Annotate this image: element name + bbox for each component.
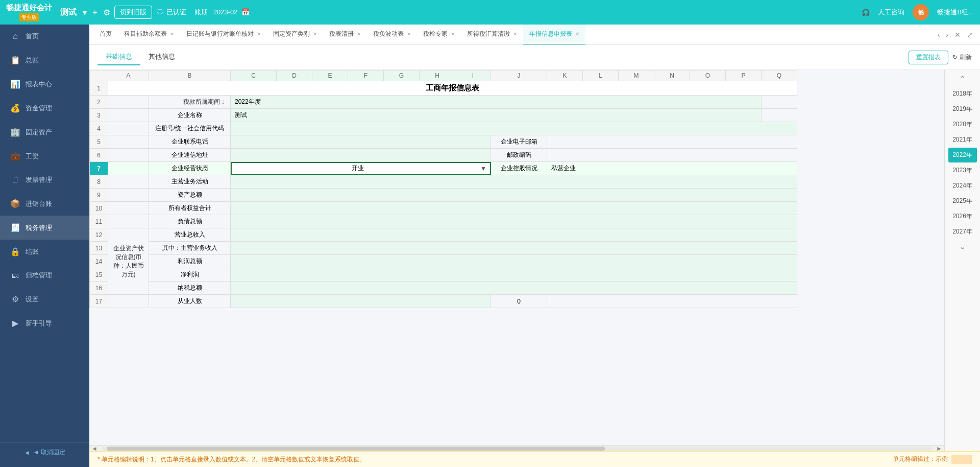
cell-3b[interactable]: 企业名称 (149, 109, 231, 122)
cell-9c[interactable] (231, 189, 797, 202)
col-header-l[interactable]: L (583, 71, 619, 81)
cell-3a[interactable] (108, 109, 149, 122)
cell-10a[interactable] (108, 202, 149, 215)
support-label[interactable]: 人工咨询 (878, 8, 904, 17)
cell-2c[interactable]: 2022年度 (231, 96, 762, 109)
cell-17j[interactable]: 0 (491, 295, 547, 308)
sidebar-item-settings[interactable]: ⚙ 设置 (0, 287, 89, 311)
col-header-i[interactable]: I (455, 71, 491, 81)
col-header-a[interactable]: A (108, 71, 149, 81)
title-cell[interactable]: 工商年报信息表 (108, 81, 797, 96)
sidebar-item-inventory[interactable]: 📦 进销台账 (0, 192, 89, 216)
cell-9a[interactable] (108, 189, 149, 202)
tab-close-fixed_assets-icon[interactable]: ✕ (313, 31, 317, 37)
col-header-q[interactable]: Q (762, 71, 797, 81)
tab-fixed_assets[interactable]: 固定资产类别✕ (267, 25, 323, 45)
col-header-k[interactable]: K (547, 71, 583, 81)
cell-13c[interactable] (231, 242, 797, 255)
year-nav-up[interactable]: ⌃ (957, 72, 968, 86)
sidebar-item-tax[interactable]: 🧾 税务管理 (0, 216, 89, 240)
sidebar-item-report[interactable]: 📊 报表中心 (0, 72, 89, 96)
tab-expand-button[interactable]: ⤢ (964, 31, 976, 39)
sidebar-item-salary[interactable]: 💼 工资 (0, 144, 89, 168)
subtab-basic[interactable]: 基础信息 (97, 49, 140, 65)
subtab-other[interactable]: 其他信息 (140, 49, 183, 65)
col-header-o[interactable]: O (690, 71, 726, 81)
cell-10b[interactable]: 所有者权益合计 (149, 202, 231, 215)
tab-close-tax_form-icon[interactable]: ✕ (357, 31, 361, 37)
cell-5k[interactable] (547, 135, 797, 149)
cell-17c[interactable] (231, 295, 491, 308)
year-item-2026年[interactable]: 2026年 (948, 209, 977, 224)
sidebar-item-assets[interactable]: 🏢 固定资产 (0, 120, 89, 144)
cell-4b[interactable]: 注册号/统一社会信用代码 (149, 122, 231, 135)
sidebar-item-guide[interactable]: ▶ 新手引导 (0, 311, 89, 335)
col-header-h[interactable]: H (420, 71, 455, 81)
scroll-left-icon[interactable]: ◄ (89, 445, 100, 452)
cell-6c[interactable] (231, 149, 491, 162)
cell-7j[interactable]: 企业控股情况 (491, 162, 547, 175)
col-header-d[interactable]: D (277, 71, 312, 81)
cell-7c[interactable]: 开业 ▼ (231, 162, 491, 175)
year-item-2024年[interactable]: 2024年 (948, 178, 977, 193)
sidebar-item-close[interactable]: 🔒 结账 (0, 240, 89, 264)
cell-12c[interactable] (231, 228, 797, 242)
col-header-j[interactable]: J (491, 71, 547, 81)
cell-6k[interactable] (547, 149, 797, 162)
tab-close-tax_risk-icon[interactable]: ✕ (407, 31, 411, 37)
col-header-p[interactable]: P (726, 71, 762, 81)
col-header-b[interactable]: B (149, 71, 231, 81)
cell-5c[interactable] (231, 135, 491, 149)
tab-close-journal-icon[interactable]: ✕ (257, 31, 261, 37)
col-header-m[interactable]: M (619, 71, 654, 81)
year-item-2027年[interactable]: 2027年 (948, 224, 977, 239)
cell-3c[interactable]: 测试 (231, 109, 762, 122)
tab-prev-button[interactable]: ‹ (935, 31, 943, 39)
dropdown-arrow-icon[interactable]: ▼ (480, 165, 486, 172)
year-item-2021年[interactable]: 2021年 (948, 132, 977, 147)
cell-14c[interactable] (231, 255, 797, 268)
col-header-c[interactable]: C (231, 71, 277, 81)
tab-next-button[interactable]: › (943, 31, 951, 39)
sidebar-item-home[interactable]: ⌂ 首页 (0, 25, 89, 48)
tab-tax_check[interactable]: 税检专家✕ (417, 25, 461, 45)
cell-11c[interactable] (231, 215, 797, 228)
cell-6b[interactable]: 企业通信地址 (149, 149, 231, 162)
cell-7a[interactable] (108, 162, 149, 175)
cell-11a[interactable] (108, 215, 149, 228)
reset-button[interactable]: 重置报表 (909, 51, 948, 64)
sidebar-item-fund[interactable]: 💰 资金管理 (0, 96, 89, 120)
year-item-2022年[interactable]: 2022年 (948, 148, 977, 162)
cell-12b[interactable]: 营业总收入 (149, 228, 231, 242)
cell-14b[interactable]: 利润总额 (149, 255, 231, 268)
cell-17a[interactable] (108, 295, 149, 308)
cell-16b[interactable]: 纳税总额 (149, 282, 231, 295)
cell-7b[interactable]: 企业经营状态 (149, 162, 231, 175)
old-version-button[interactable]: 切到旧版 (114, 6, 152, 19)
cell-2q[interactable] (762, 96, 797, 109)
cell-8a[interactable] (108, 175, 149, 189)
scroll-right-icon[interactable]: ► (934, 445, 944, 452)
tab-close-tax_check-icon[interactable]: ✕ (451, 31, 455, 37)
cell-4a[interactable] (108, 122, 149, 135)
cell-3q[interactable] (762, 109, 797, 122)
cell-15b[interactable]: 净利润 (149, 268, 231, 282)
tab-tax_form[interactable]: 税表清册✕ (323, 25, 367, 45)
col-header-e[interactable]: E (312, 71, 348, 81)
tab-annual_report[interactable]: 年报信息申报表✕ (523, 25, 585, 45)
cell-5b[interactable]: 企业联系电话 (149, 135, 231, 149)
cell-7k[interactable]: 私营企业 (547, 162, 797, 175)
year-nav-down[interactable]: ⌄ (957, 240, 968, 253)
year-item-2019年[interactable]: 2019年 (948, 102, 977, 116)
cell-6a[interactable] (108, 149, 149, 162)
sidebar-item-ledger[interactable]: 📋 总账 (0, 48, 89, 72)
unpin-button[interactable]: ◄ ◄ 取消固定 (0, 442, 89, 462)
cell-2a[interactable] (108, 96, 149, 109)
settings-icon[interactable]: ⚙ (103, 8, 110, 17)
tab-tax_risk[interactable]: 税负波动表✕ (367, 25, 417, 45)
tab-close-tax_calc-icon[interactable]: ✕ (513, 31, 517, 37)
dropdown-cell[interactable]: 开业 ▼ (235, 164, 486, 173)
cell-15c[interactable] (231, 268, 797, 282)
year-item-2018年[interactable]: 2018年 (948, 86, 977, 101)
tab-home[interactable]: 首页 (93, 25, 118, 45)
